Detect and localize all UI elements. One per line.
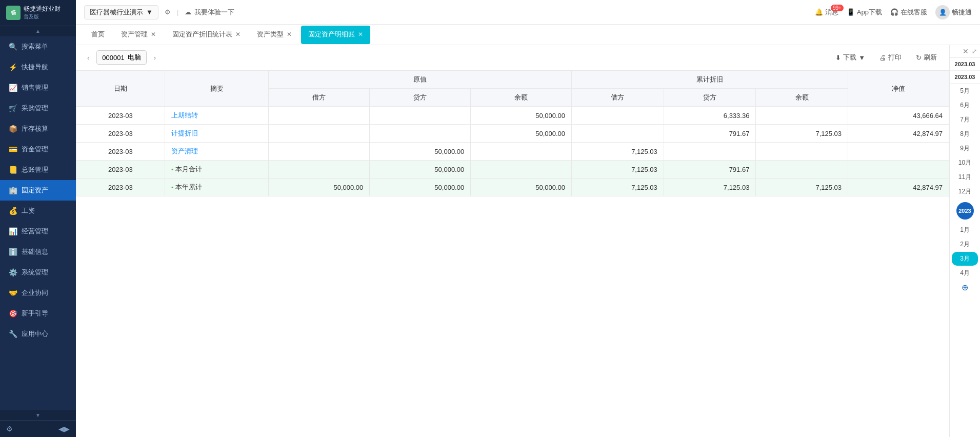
support-btn[interactable]: 🎧 在线客服 — [890, 8, 927, 17]
tab-asset-detail[interactable]: 固定资产明细账✕ — [301, 26, 370, 44]
col-ov-credit: 贷方 — [370, 89, 471, 107]
cell-ov-debit — [269, 143, 370, 161]
sidebar-item-inventory[interactable]: 📦库存核算 — [0, 118, 76, 139]
cell-ad-balance — [756, 143, 848, 161]
cell-ad-debit — [572, 125, 664, 143]
next-asset-btn[interactable]: › — [151, 53, 159, 63]
avatar: 👤 — [935, 5, 950, 19]
sidebar-item-label: 搜索菜单 — [22, 42, 48, 51]
sidebar-item-guide[interactable]: 🎯新手引导 — [0, 303, 76, 324]
download-btn[interactable]: ⬇ 下载 ▼ — [831, 51, 869, 64]
print-btn[interactable]: 🖨 打印 — [875, 51, 906, 64]
sidebar-item-apps[interactable]: 🔧应用中心 — [0, 324, 76, 344]
notifications-btn[interactable]: 🔔 消息 99+ — [815, 8, 838, 17]
asset-name: 电脑 — [128, 53, 141, 62]
row-icon: ▪ — [171, 184, 173, 191]
time-month-item[interactable]: 2月 — [952, 237, 978, 251]
tab-asset-type[interactable]: 资产类型✕ — [250, 26, 299, 44]
collapse-icon[interactable]: ◀▶ — [58, 425, 70, 433]
time-month-item[interactable]: 1月 — [952, 223, 978, 237]
summary-text[interactable]: 计提折旧 — [171, 129, 198, 137]
sidebar-item-label: 基础信息 — [22, 247, 48, 256]
sidebar-item-label: 企业协同 — [22, 288, 48, 297]
tab-label: 固定资产折旧统计表 — [172, 30, 232, 39]
collab-icon: 🤝 — [8, 288, 17, 297]
sidebar-item-system[interactable]: ⚙️系统管理 — [0, 262, 76, 283]
sidebar-item-ops[interactable]: 📊经营管理 — [0, 221, 76, 242]
settings-topbar-icon[interactable]: ⚙ — [165, 8, 171, 16]
tab-depreciation-stats[interactable]: 固定资产折旧统计表✕ — [165, 26, 248, 44]
sidebar-scroll-up[interactable]: ▲ — [0, 26, 76, 36]
cell-summary: 资产清理 — [165, 143, 269, 161]
time-year-header: 2023.03 — [950, 58, 980, 71]
sidebar-item-quicknav[interactable]: ⚡快捷导航 — [0, 57, 76, 77]
main-content: 医疗器械行业演示 ▼ ⚙ | ☁ 我要体验一下 🔔 消息 99+ 📱 App下载… — [76, 0, 980, 437]
cell-ad-balance — [756, 107, 848, 125]
time-month-active[interactable]: 3月 — [952, 252, 978, 266]
asset-selector[interactable]: 000001 电脑 — [96, 50, 146, 65]
sidebar-item-fixed-assets[interactable]: 🏢固定资产 — [0, 180, 76, 201]
table-row: 2023-03 ▪本年累计 50,000.00 50,000.00 50,000… — [76, 178, 949, 196]
sidebar-item-collab[interactable]: 🤝企业协同 — [0, 283, 76, 303]
prev-asset-btn[interactable]: ‹ — [84, 53, 92, 63]
sidebar-item-finance[interactable]: 💳资金管理 — [0, 139, 76, 160]
table-row: 2023-03 计提折旧 50,000.00 791.67 7,125.03 4… — [76, 125, 949, 143]
time-month-item[interactable]: 10月 — [952, 156, 978, 170]
time-month-item[interactable]: 8月 — [952, 127, 978, 141]
sidebar-item-ledger[interactable]: 📒总账管理 — [0, 160, 76, 180]
time-month-item[interactable]: 12月 — [952, 185, 978, 198]
tab-close-icon[interactable]: ✕ — [151, 31, 156, 38]
cell-ov-debit: 50,000.00 — [269, 178, 370, 196]
tab-home[interactable]: 首页 — [84, 26, 112, 44]
cell-ad-credit: 791.67 — [664, 125, 756, 143]
cell-summary: ▪本月合计 — [165, 161, 269, 178]
download-icon: ⬇ — [835, 54, 841, 62]
expand-icon[interactable]: ⤢ — [972, 48, 977, 55]
sidebar-item-label: 工资 — [22, 206, 35, 215]
print-icon: 🖨 — [879, 54, 886, 62]
tab-close-icon[interactable]: ✕ — [235, 31, 241, 38]
cell-date: 2023-03 — [76, 125, 165, 143]
col-original-value: 原值 — [269, 71, 572, 89]
tabs-bar: 首页资产管理✕固定资产折旧统计表✕资产类型✕固定资产明细账✕ — [76, 25, 980, 45]
tab-label: 首页 — [91, 30, 105, 39]
summary-text: 本年累计 — [175, 183, 202, 191]
inventory-icon: 📦 — [8, 124, 17, 133]
time-month-item[interactable]: 5月 — [952, 84, 978, 98]
time-month-item[interactable]: 7月 — [952, 113, 978, 127]
time-month-item[interactable]: 4月 — [952, 266, 978, 280]
time-nav-down[interactable]: ⊕ — [950, 281, 980, 294]
tab-close-icon[interactable]: ✕ — [287, 31, 292, 38]
guide-icon: 🎯 — [8, 309, 17, 318]
summary-text[interactable]: 上期结转 — [171, 111, 198, 119]
sidebar-item-purchase[interactable]: 🛒采购管理 — [0, 98, 76, 118]
refresh-btn[interactable]: ↻ 刷新 — [912, 51, 941, 64]
cell-summary: ▪本年累计 — [165, 178, 269, 196]
cell-ad-debit — [572, 107, 664, 125]
headset-icon: 🎧 — [890, 8, 898, 16]
download-btn[interactable]: 📱 App下载 — [847, 8, 882, 17]
tab-close-icon[interactable]: ✕ — [358, 31, 363, 38]
topbar: 医疗器械行业演示 ▼ ⚙ | ☁ 我要体验一下 🔔 消息 99+ 📱 App下载… — [76, 0, 980, 25]
settings-icon[interactable]: ⚙ — [6, 425, 13, 433]
cell-ov-credit — [370, 125, 471, 143]
data-table: 日期 摘要 原值 累计折旧 净值 借方 贷方 余额 借方 贷方 余额 — [76, 70, 949, 196]
time-month-item[interactable]: 11月 — [952, 170, 978, 184]
sidebar-item-basic[interactable]: ℹ️基础信息 — [0, 242, 76, 262]
sidebar-scroll-down[interactable]: ▼ — [0, 410, 76, 420]
user-btn[interactable]: 👤 畅捷通 — [935, 5, 972, 19]
sidebar-item-sales[interactable]: 📈销售管理 — [0, 77, 76, 98]
time-month-item[interactable]: 9月 — [952, 142, 978, 155]
close-icon[interactable]: ✕ — [963, 47, 969, 55]
sidebar-item-search[interactable]: 🔍搜索菜单 — [0, 36, 76, 57]
col-accumulated-dep: 累计折旧 — [572, 71, 848, 89]
experience-btn[interactable]: ☁ 我要体验一下 — [185, 8, 234, 17]
time-month-item[interactable]: 6月 — [952, 98, 978, 112]
tab-asset-mgmt[interactable]: 资产管理✕ — [114, 26, 163, 44]
year-badge[interactable]: 2023 — [956, 202, 974, 220]
company-selector[interactable]: 医疗器械行业演示 ▼ — [84, 5, 158, 19]
cell-net-value: 43,666.64 — [848, 107, 949, 125]
summary-text[interactable]: 资产清理 — [171, 147, 198, 155]
ledger-icon: 📒 — [8, 165, 17, 174]
sidebar-item-payroll[interactable]: 💰工资 — [0, 201, 76, 221]
